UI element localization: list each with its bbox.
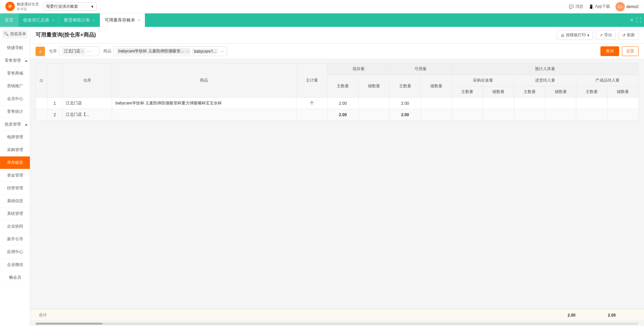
- sidebar-item-quick-nav[interactable]: 快捷导航: [0, 42, 30, 54]
- wechat-label: 企业微信: [2, 262, 28, 268]
- tab-receipts-close[interactable]: ×: [52, 18, 54, 22]
- warehouse-filter-input[interactable]: 江北门店 × ···: [59, 46, 99, 56]
- filter-expand-btn[interactable]: »: [36, 47, 45, 56]
- app-center-label: 应用中心: [2, 249, 28, 255]
- horizontal-scrollbar[interactable]: [36, 323, 639, 325]
- sidebar-item-members[interactable]: 会员中心: [0, 93, 30, 105]
- row1-pending-main: [514, 98, 545, 109]
- sidebar-item-inventory[interactable]: 库存核算: [0, 156, 30, 169]
- sidebar-item-vip[interactable]: 畅会员: [0, 271, 30, 284]
- sidebar-item-app-center[interactable]: 应用中心: [0, 246, 30, 259]
- sidebar-item-retail-mgmt[interactable]: 零售管理 ▲: [0, 54, 30, 67]
- sidebar-item-wechat[interactable]: 企业微信: [0, 259, 30, 271]
- message-label: 消息: [575, 4, 583, 9]
- tab-orders-close[interactable]: ×: [93, 18, 95, 22]
- sidebar-item-purchase[interactable]: 采购管理: [0, 144, 30, 156]
- sidebar-item-wholesale-mgmt[interactable]: 批发管理 ▲: [0, 118, 30, 131]
- row1-prod-main: [576, 98, 607, 109]
- ecommerce-label: 电商管理: [2, 134, 28, 140]
- tab-available[interactable]: 可用量库存账本 ×: [100, 13, 145, 27]
- sidebar-item-system[interactable]: 系统管理: [0, 207, 30, 220]
- product-filter-more-dots[interactable]: ···: [219, 48, 224, 54]
- th-avail-aux: 辅数量: [421, 75, 452, 98]
- search-menu-btn[interactable]: 🔍 搜索菜单: [2, 30, 28, 39]
- tab-close-all-icon[interactable]: ×: [630, 17, 633, 23]
- row2-purchase-aux: [483, 109, 514, 121]
- quick-nav-label: 快捷导航: [2, 45, 28, 51]
- row1-stock-main: 2.00: [327, 98, 359, 109]
- product-tag-2: babycare?...: [192, 49, 218, 54]
- print-label: 按模板打印: [566, 32, 586, 38]
- tab-orders-label: 要货单统计表: [64, 17, 90, 23]
- row2-stock-main: 2.00: [327, 109, 359, 121]
- logo-area: 好 畅捷通好生意 标准版: [5, 2, 39, 11]
- page-header: 可用量查询(按仓库+商品) 🖨 按模板打印 ▾ ↗ 导出 ↺ 刷新: [30, 27, 644, 44]
- refresh-btn[interactable]: ↺ 刷新: [619, 30, 639, 40]
- sidebar-item-guide[interactable]: 新手引导: [0, 233, 30, 246]
- purchase-label: 采购管理: [2, 147, 28, 153]
- nav-tabs-end: × ⛶: [628, 13, 644, 27]
- sidebar-item-ecommerce[interactable]: 电商管理: [0, 131, 30, 144]
- tab-expand-icon[interactable]: ⛶: [636, 17, 641, 23]
- operations-label: 经营管理: [2, 185, 28, 191]
- app-download-label: App下载: [595, 4, 610, 9]
- tenant-selector[interactable]: 母婴行业演示账套 ▾: [43, 2, 97, 11]
- sidebar-item-operations[interactable]: 经营管理: [0, 182, 30, 195]
- refresh-icon: ↺: [622, 33, 626, 38]
- print-btn[interactable]: 🖨 按模板打印 ▾: [557, 30, 593, 40]
- logo-icon: 好: [5, 2, 15, 11]
- scrollbar-thumb[interactable]: [36, 323, 103, 325]
- th-available: 可用量: [389, 63, 452, 75]
- row2-prod-main: [576, 109, 607, 121]
- product-tag-close-1[interactable]: ×: [186, 49, 189, 53]
- logo-text-area: 畅捷通好生意 标准版: [17, 2, 39, 11]
- top-bar-right: 💬 消息 📱 App下载 Ea demo2: [569, 2, 639, 11]
- row1-avail-main: 2.00: [389, 98, 421, 109]
- th-current-stock: 现存量: [327, 63, 390, 75]
- sidebar-item-marketing[interactable]: 营销推广: [0, 80, 30, 93]
- th-pending-in: 进货待入量: [514, 75, 576, 86]
- product-filter-input[interactable]: babycare学饮杯 儿童防摔防撞吸管杯重力球吸嘴杯宝宝水杯 × babyca…: [113, 46, 227, 56]
- export-btn[interactable]: ↗ 导出: [596, 30, 616, 40]
- row1-prod-aux: [607, 98, 639, 109]
- sidebar-item-finance[interactable]: 资金管理: [0, 169, 30, 182]
- row2-prod-aux: [607, 109, 639, 121]
- chevron-icon: ▲: [24, 59, 28, 62]
- th-prod-main: 主数量: [576, 86, 607, 98]
- tab-home[interactable]: 首页: [0, 13, 18, 27]
- refresh-label: 刷新: [627, 32, 635, 38]
- th-planned-in: 预计入库量: [452, 63, 639, 75]
- chevron-down-icon: ▾: [91, 4, 94, 9]
- avatar: Ea: [615, 2, 625, 11]
- warehouse-tag-1: 江北门店 ×: [62, 48, 85, 54]
- user-area[interactable]: Ea demo2: [615, 2, 639, 11]
- finance-label: 资金管理: [2, 173, 28, 178]
- sidebar-item-enterprise[interactable]: 企业协同: [0, 220, 30, 233]
- sidebar-item-basic-info[interactable]: 基础信息: [0, 195, 30, 207]
- filter-more-dots[interactable]: ···: [87, 48, 91, 54]
- tab-available-close[interactable]: ×: [138, 18, 140, 22]
- top-bar-left: 好 畅捷通好生意 标准版 母婴行业演示账套 ▾: [5, 2, 97, 11]
- query-btn[interactable]: 查询: [600, 46, 619, 56]
- tab-available-label: 可用量库存账本: [105, 17, 135, 23]
- row2-stock-aux: [359, 109, 390, 121]
- retail-stats-label: 零售统计: [2, 109, 28, 114]
- row2-purchase-main: [452, 109, 483, 121]
- column-settings-icon[interactable]: ⚙: [39, 78, 44, 83]
- vip-label: 畅会员: [2, 275, 28, 280]
- system-label: 系统管理: [2, 211, 28, 217]
- setting-btn[interactable]: 设置: [622, 46, 639, 56]
- tab-orders[interactable]: 要货单统计表 ×: [59, 13, 100, 27]
- tab-receipts[interactable]: 收发存汇总表 ×: [18, 13, 59, 27]
- row1-warehouse: 江北门店: [62, 98, 112, 109]
- message-btn[interactable]: 💬 消息: [569, 4, 583, 9]
- data-table: ⚙ 仓库 商品 主计量 现存量 可用量 预计入库量 主数量 辅数量 主数量: [36, 63, 639, 121]
- filter-bar: » 仓库 江北门店 × ··· 商品 babycare学饮杯 儿童防摔防撞吸管杯…: [30, 44, 644, 59]
- row1-num: 1: [47, 98, 62, 109]
- warehouse-tag-close[interactable]: ×: [81, 49, 83, 53]
- product-tag-text-1: babycare学饮杯 儿童防摔防撞吸管杯重力球吸嘴杯宝宝水杯: [118, 48, 185, 54]
- sidebar-item-retail-stats[interactable]: 零售统计: [0, 105, 30, 118]
- wholesale-mgmt-label: 批发管理: [2, 122, 23, 127]
- app-download-btn[interactable]: 📱 App下载: [589, 4, 610, 9]
- sidebar-item-retail-shop[interactable]: 零售商城: [0, 67, 30, 80]
